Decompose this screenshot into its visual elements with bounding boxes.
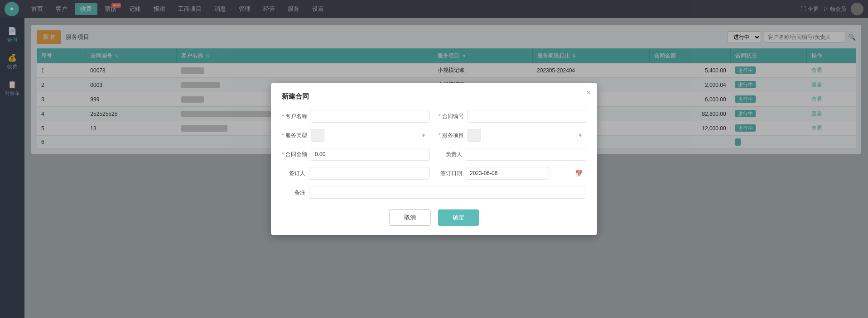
remark-label: 备注 [282, 189, 305, 196]
service-type-row: 服务类型 ▼ [282, 129, 429, 142]
customer-name-input[interactable] [311, 110, 429, 123]
sign-date-wrapper: 📅 [466, 167, 586, 180]
customer-name-label: 客户名称 [282, 113, 307, 120]
sign-date-row: 签订日期 📅 [439, 167, 586, 180]
customer-name-row: 客户名称 [282, 110, 429, 123]
sign-date-input[interactable] [466, 167, 549, 180]
contract-no-input[interactable] [468, 110, 586, 123]
service-item-wrapper: ▼ [468, 129, 586, 142]
dialog-form: 客户名称 合同编号 服务类型 ▼ 服务项目 [282, 110, 586, 199]
dialog-footer: 取消 确定 [282, 209, 586, 226]
dialog-close-button[interactable]: × [587, 89, 591, 97]
contract-no-row: 合同编号 [439, 110, 586, 123]
service-item-row: 服务项目 ▼ [439, 129, 586, 142]
sign-date-label: 签订日期 [439, 170, 462, 177]
service-type-wrapper: ▼ [311, 129, 429, 142]
new-contract-dialog: × 新建合同 客户名称 合同编号 服务类型 ▼ [271, 83, 597, 235]
service-item-select[interactable] [468, 129, 481, 142]
amount-row: 合同金额 [282, 148, 429, 161]
responsible-input[interactable] [466, 148, 586, 161]
service-type-label: 服务类型 [282, 132, 307, 139]
contract-no-label: 合同编号 [439, 113, 464, 120]
service-type-arrow-icon: ▼ [421, 133, 426, 138]
signer-input[interactable] [309, 167, 429, 180]
responsible-row: 负责人 [439, 148, 586, 161]
remark-input[interactable] [309, 186, 586, 199]
remark-row: 备注 [282, 186, 586, 199]
confirm-button[interactable]: 确定 [438, 209, 479, 226]
dialog-title: 新建合同 [282, 92, 586, 101]
calendar-icon: 📅 [575, 170, 583, 177]
cancel-button[interactable]: 取消 [389, 209, 431, 226]
dialog-overlay: × 新建合同 客户名称 合同编号 服务类型 ▼ [0, 0, 868, 318]
amount-label: 合同金额 [282, 151, 307, 158]
service-type-select[interactable] [311, 129, 324, 142]
service-item-label: 服务项目 [439, 132, 464, 139]
amount-input[interactable] [311, 148, 429, 161]
responsible-label: 负责人 [439, 151, 462, 158]
signer-label: 签订人 [282, 170, 305, 177]
service-item-arrow-icon: ▼ [578, 133, 583, 138]
signer-row: 签订人 [282, 167, 429, 180]
